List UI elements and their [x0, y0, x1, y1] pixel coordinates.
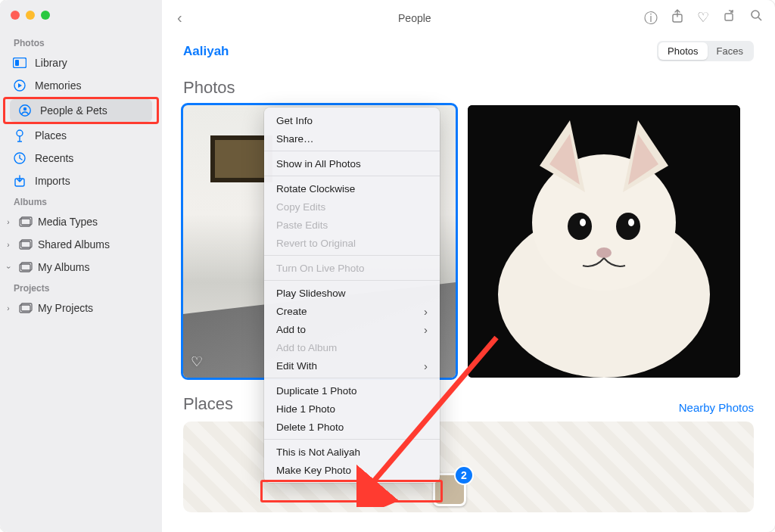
minimize-window-button[interactable]	[26, 11, 35, 20]
library-icon	[12, 55, 27, 70]
menu-add-to-album: Add to Album	[264, 338, 440, 356]
svg-point-33	[628, 219, 634, 226]
sidebar-item-label: Memories	[35, 79, 81, 92]
people-icon	[17, 103, 33, 118]
photo-thumbnail-2[interactable]	[468, 105, 740, 378]
close-window-button[interactable]	[11, 11, 20, 20]
svg-marker-3	[18, 83, 22, 88]
segment-faces[interactable]: Faces	[708, 42, 752, 60]
toolbar: ‹ People ⓘ ♡	[162, 0, 775, 36]
sidebar-item-media-types[interactable]: › Media Types	[0, 210, 162, 233]
sidebar-item-label: Media Types	[38, 216, 98, 228]
sidebar-item-recents[interactable]: Recents	[0, 147, 162, 170]
sidebar-item-my-projects[interactable]: › My Projects	[0, 297, 162, 319]
toolbar-actions: ⓘ ♡	[644, 9, 763, 27]
menu-hide-photo[interactable]: Hide 1 Photo	[264, 400, 440, 418]
menu-this-is-not-person[interactable]: This is Not Aaliyah	[264, 443, 440, 461]
nearby-photos-link[interactable]: Nearby Photos	[679, 401, 754, 414]
menu-duplicate-photo[interactable]: Duplicate 1 Photo	[264, 381, 440, 400]
menu-rotate-clockwise[interactable]: Rotate Clockwise	[264, 179, 440, 198]
window-title: People	[195, 12, 635, 24]
svg-point-30	[568, 213, 592, 240]
sidebar-item-label: Imports	[35, 175, 70, 187]
rotate-icon[interactable]	[723, 9, 736, 27]
sidebar-item-label: Shared Albums	[38, 238, 110, 250]
chevron-right-icon: ›	[3, 241, 14, 249]
sidebar-section-albums: Albums	[0, 192, 162, 210]
svg-line-22	[758, 17, 761, 20]
shared-album-icon	[18, 237, 33, 252]
search-icon[interactable]	[750, 9, 763, 27]
back-button[interactable]: ‹	[174, 6, 185, 30]
sidebar-item-label: People & Pets	[40, 104, 107, 117]
person-name[interactable]: Aaliyah	[183, 44, 229, 59]
menu-create[interactable]: Create	[264, 302, 440, 320]
pin-icon	[12, 128, 27, 143]
svg-point-34	[596, 247, 612, 258]
svg-rect-20	[725, 14, 733, 20]
sidebar-item-people-pets[interactable]: People & Pets	[10, 99, 152, 122]
context-menu: Get Info Share… Show in All Photos Rotat…	[264, 107, 440, 483]
sidebar: Photos Library Memories People & Pets Pl…	[0, 0, 162, 532]
photos-heading: Photos	[183, 78, 754, 98]
chevron-right-icon: ›	[3, 218, 14, 226]
sidebar-item-label: Library	[35, 57, 67, 69]
subheader: Aaliyah Photos Faces	[162, 36, 775, 67]
svg-rect-1	[15, 60, 19, 66]
fullscreen-window-button[interactable]	[41, 11, 50, 20]
sidebar-item-places[interactable]: Places	[0, 124, 162, 147]
menu-play-slideshow[interactable]: Play Slideshow	[264, 284, 440, 302]
annotation-highlight-sidebar: People & Pets	[3, 97, 159, 124]
album-icon	[18, 300, 33, 316]
svg-point-31	[616, 213, 640, 240]
menu-share[interactable]: Share…	[264, 129, 440, 148]
svg-point-6	[17, 130, 23, 136]
chevron-down-icon: ›	[5, 262, 13, 272]
menu-paste-edits: Paste Edits	[264, 216, 440, 234]
sidebar-item-label: Places	[35, 129, 67, 142]
import-icon	[12, 173, 27, 188]
menu-separator	[264, 176, 440, 176]
album-icon	[18, 214, 33, 229]
sidebar-item-label: My Projects	[38, 302, 93, 314]
favorite-badge-icon: ♡	[191, 353, 203, 370]
sidebar-item-label: My Albums	[38, 261, 89, 273]
menu-delete-photo[interactable]: Delete 1 Photo	[264, 418, 440, 436]
sidebar-item-my-albums[interactable]: › My Albums	[0, 256, 162, 278]
svg-point-25	[532, 154, 676, 291]
menu-turn-on-live-photo: Turn On Live Photo	[264, 259, 440, 277]
menu-add-to[interactable]: Add to	[264, 320, 440, 338]
menu-get-info[interactable]: Get Info	[264, 111, 440, 129]
segment-photos[interactable]: Photos	[658, 42, 707, 60]
sidebar-section-photos: Photos	[0, 33, 162, 51]
album-icon	[18, 260, 33, 275]
window-controls	[0, 8, 162, 33]
menu-separator	[264, 255, 440, 256]
svg-point-5	[23, 107, 26, 110]
menu-separator	[264, 280, 440, 281]
favorite-icon[interactable]: ♡	[697, 9, 709, 27]
sidebar-item-shared-albums[interactable]: › Shared Albums	[0, 233, 162, 256]
sidebar-section-projects: Projects	[0, 278, 162, 297]
clock-icon	[12, 151, 27, 166]
main-content: ‹ People ⓘ ♡ Aaliyah Photos Faces Photos…	[162, 0, 775, 532]
memories-icon	[12, 78, 27, 93]
info-icon[interactable]: ⓘ	[644, 9, 658, 27]
content-scroll: Photos ♡	[162, 67, 775, 532]
share-icon[interactable]	[671, 9, 683, 27]
menu-revert-to-original: Revert to Original	[264, 234, 440, 252]
menu-edit-with[interactable]: Edit With	[264, 356, 440, 375]
menu-make-key-photo[interactable]: Make Key Photo	[264, 461, 440, 479]
chevron-right-icon: ›	[3, 304, 14, 313]
sidebar-item-memories[interactable]: Memories	[0, 74, 162, 97]
sidebar-item-library[interactable]: Library	[0, 51, 162, 74]
map-pin-count: 2	[454, 465, 474, 485]
sidebar-item-imports[interactable]: Imports	[0, 170, 162, 192]
view-segmented-control: Photos Faces	[657, 41, 754, 61]
menu-separator	[264, 378, 440, 378]
menu-show-in-all-photos[interactable]: Show in All Photos	[264, 154, 440, 173]
svg-point-21	[752, 11, 759, 18]
sidebar-item-label: Recents	[35, 152, 73, 164]
menu-copy-edits: Copy Edits	[264, 198, 440, 216]
places-heading: Places	[183, 394, 233, 414]
